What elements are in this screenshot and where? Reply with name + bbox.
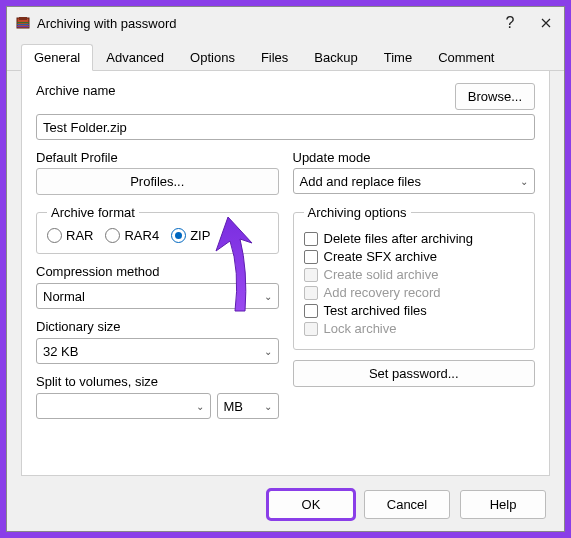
update-mode-label: Update mode xyxy=(293,150,536,165)
general-panel: Archive name Browse... Default Profile P… xyxy=(21,71,550,476)
split-label: Split to volumes, size xyxy=(36,374,158,389)
radio-zip[interactable]: ZIP xyxy=(171,228,210,243)
dialog-window: Archiving with password ? General Advanc… xyxy=(6,6,565,532)
split-size-combo[interactable]: ⌄ xyxy=(36,393,211,419)
svg-rect-1 xyxy=(19,17,27,20)
dictionary-dropdown[interactable]: 32 KB ⌄ xyxy=(36,338,279,364)
compression-dropdown[interactable]: Normal ⌄ xyxy=(36,283,279,309)
dictionary-label: Dictionary size xyxy=(36,319,121,334)
chk-lock: Lock archive xyxy=(304,321,525,336)
chevron-down-icon: ⌄ xyxy=(264,291,272,302)
browse-button[interactable]: Browse... xyxy=(455,83,535,110)
chk-sfx[interactable]: Create SFX archive xyxy=(304,249,525,264)
archive-format-group: Archive format RAR RAR4 ZIP xyxy=(36,205,279,254)
tab-strip: General Advanced Options Files Backup Ti… xyxy=(7,39,564,71)
default-profile-label: Default Profile xyxy=(36,150,279,165)
window-title: Archiving with password xyxy=(37,16,492,31)
svg-rect-2 xyxy=(17,22,29,23)
chk-test[interactable]: Test archived files xyxy=(304,303,525,318)
chevron-down-icon: ⌄ xyxy=(196,401,204,412)
cancel-button[interactable]: Cancel xyxy=(364,490,450,519)
help-button[interactable]: ? xyxy=(492,8,528,38)
radio-rar4[interactable]: RAR4 xyxy=(105,228,159,243)
ok-button[interactable]: OK xyxy=(268,490,354,519)
split-unit-dropdown[interactable]: MB ⌄ xyxy=(217,393,279,419)
compression-label: Compression method xyxy=(36,264,160,279)
chevron-down-icon: ⌄ xyxy=(520,176,528,187)
tab-advanced[interactable]: Advanced xyxy=(93,44,177,71)
archive-format-legend: Archive format xyxy=(47,205,139,220)
app-icon xyxy=(15,15,31,31)
archive-name-label: Archive name xyxy=(36,83,421,98)
radio-rar[interactable]: RAR xyxy=(47,228,93,243)
svg-rect-4 xyxy=(17,26,29,27)
archiving-options-legend: Archiving options xyxy=(304,205,411,220)
tab-comment[interactable]: Comment xyxy=(425,44,507,71)
set-password-button[interactable]: Set password... xyxy=(293,360,536,387)
dialog-footer: OK Cancel Help xyxy=(7,484,564,531)
update-mode-dropdown[interactable]: Add and replace files ⌄ xyxy=(293,168,536,194)
update-mode-value: Add and replace files xyxy=(300,174,421,189)
archiving-options-group: Archiving options Delete files after arc… xyxy=(293,205,536,350)
archive-name-input[interactable] xyxy=(36,114,535,140)
help-button-footer[interactable]: Help xyxy=(460,490,546,519)
tab-options[interactable]: Options xyxy=(177,44,248,71)
tab-backup[interactable]: Backup xyxy=(301,44,370,71)
chk-recovery: Add recovery record xyxy=(304,285,525,300)
chevron-down-icon: ⌄ xyxy=(264,346,272,357)
chk-solid: Create solid archive xyxy=(304,267,525,282)
chk-delete-after[interactable]: Delete files after archiving xyxy=(304,231,525,246)
tab-general[interactable]: General xyxy=(21,44,93,71)
tab-time[interactable]: Time xyxy=(371,44,425,71)
svg-rect-3 xyxy=(17,24,29,25)
titlebar: Archiving with password ? xyxy=(7,7,564,39)
tab-files[interactable]: Files xyxy=(248,44,301,71)
profiles-button[interactable]: Profiles... xyxy=(36,168,279,195)
close-button[interactable] xyxy=(528,8,564,38)
chevron-down-icon: ⌄ xyxy=(264,401,272,412)
